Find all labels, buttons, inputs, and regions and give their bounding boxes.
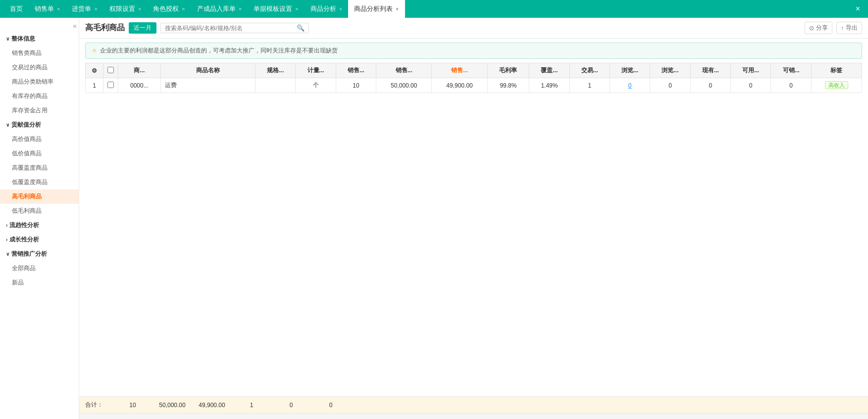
expand-overall-icon: ∨ xyxy=(6,36,9,42)
row-code: 0000... xyxy=(118,78,161,93)
sidebar-group-marketing[interactable]: ∨ 营销推广分析 xyxy=(0,247,79,261)
col-code: 商... xyxy=(118,63,161,78)
col-views2: 浏览... xyxy=(650,63,690,78)
search-icon[interactable]: 🔍 xyxy=(297,24,305,32)
close-sales-icon[interactable]: × xyxy=(57,6,60,12)
page-title: 高毛利商品 xyxy=(85,23,125,33)
col-check[interactable] xyxy=(103,63,118,78)
col-sales-qty: 销售... xyxy=(336,63,376,78)
nav-product-entry[interactable]: 产成品入库单 × xyxy=(191,0,248,18)
col-settings[interactable]: ⚙ xyxy=(86,63,103,78)
nav-product-analysis-list[interactable]: 商品分析列表 × xyxy=(348,0,405,18)
table-header-row: ⚙ 商... 商品名称 规格... 计量... 销售... 销售... 销售..… xyxy=(86,63,862,78)
row-views2: 0 xyxy=(650,78,690,93)
nav-template[interactable]: 单据模板设置 × xyxy=(248,0,304,18)
col-unit: 计量... xyxy=(296,63,336,78)
sidebar: « ∨ 整体信息 销售类商品 交易过的商品 商品分类助销率 有库存的商品 库存资… xyxy=(0,18,79,419)
search-box: 🔍 xyxy=(160,23,309,33)
sidebar-item-high-coverage[interactable]: 高覆盖度商品 xyxy=(0,161,79,175)
table-footer: 合计： 10 50,000.00 49,900.00 1 0 0 xyxy=(79,396,868,413)
sidebar-group-trend[interactable]: › 流趋性分析 xyxy=(0,218,79,233)
nav-permissions[interactable]: 权限设置 × xyxy=(103,0,147,18)
info-banner: ✧ 企业的主要的利润都是这部分商品创造的，可考虑加大推广，同时关注库存是不要出现… xyxy=(85,43,862,59)
nav-product-analysis[interactable]: 商品分析 × xyxy=(305,0,348,18)
table-row: 1 0000... 运费 个 10 50,000.00 49,900.00 99… xyxy=(86,78,862,93)
row-transactions: 1 xyxy=(569,78,610,93)
close-all-button[interactable]: × xyxy=(852,4,864,13)
sidebar-item-all-goods[interactable]: 全部商品 xyxy=(0,261,79,276)
sidebar-collapse-button[interactable]: « xyxy=(73,22,77,30)
sidebar-item-low-value[interactable]: 低价值商品 xyxy=(0,146,79,161)
expand-contribution-icon: ∨ xyxy=(6,122,9,128)
sidebar-item-stock-capital[interactable]: 库存资金占用 xyxy=(0,103,79,118)
row-select[interactable] xyxy=(107,82,114,88)
sidebar-item-in-stock[interactable]: 有库存的商品 xyxy=(0,89,79,103)
sidebar-group-overall[interactable]: ∨ 整体信息 xyxy=(0,32,79,46)
top-navigation: 首页 销售单 × 进货单 × 权限设置 × 角色授权 × 产成品入库单 × 单据… xyxy=(0,0,868,18)
export-button[interactable]: ↑ 导出 xyxy=(836,22,862,34)
search-input[interactable] xyxy=(165,25,297,32)
sidebar-item-high-value[interactable]: 高价值商品 xyxy=(0,132,79,146)
row-spec xyxy=(255,78,296,93)
footer-available: 0 xyxy=(311,402,351,409)
data-table: ⚙ 商... 商品名称 规格... 计量... 销售... 销售... 销售..… xyxy=(85,63,862,93)
nav-roles[interactable]: 角色授权 × xyxy=(147,0,191,18)
footer-transactions: 1 xyxy=(232,402,271,409)
nav-purchase[interactable]: 进货单 × xyxy=(66,0,103,18)
share-icon: ⊙ xyxy=(809,25,814,32)
row-sales-amount: 50,000.00 xyxy=(376,78,432,93)
sidebar-item-new-goods[interactable]: 新品 xyxy=(0,276,79,290)
expand-trend-icon: › xyxy=(6,223,7,228)
row-views1[interactable]: 0 xyxy=(610,78,650,93)
row-unit: 个 xyxy=(296,78,336,93)
main-content: 高毛利商品 近一月 🔍 ⊙ 分享 ↑ 导出 ✧ 企业的主要的利润都是这部分商品创… xyxy=(79,18,868,419)
horizontal-scrollbar[interactable] xyxy=(79,413,868,419)
col-transactions: 交易... xyxy=(569,63,610,78)
close-template-icon[interactable]: × xyxy=(295,6,298,12)
sidebar-item-category-assist[interactable]: 商品分类助销率 xyxy=(0,75,79,89)
close-product-entry-icon[interactable]: × xyxy=(239,6,242,12)
col-tag: 标签 xyxy=(811,63,862,78)
export-icon: ↑ xyxy=(841,25,844,32)
info-text: 企业的主要的利润都是这部分商品创造的，可考虑加大推广，同时关注库存是不要出现缺货 xyxy=(100,47,338,55)
col-gross-margin: 毛利率 xyxy=(487,63,529,78)
sidebar-item-low-margin[interactable]: 低毛利商品 xyxy=(0,204,79,218)
row-index: 1 xyxy=(86,78,103,93)
close-purchase-icon[interactable]: × xyxy=(94,6,97,12)
content-header: 高毛利商品 近一月 🔍 ⊙ 分享 ↑ 导出 xyxy=(79,18,868,39)
info-icon: ✧ xyxy=(92,47,97,54)
sidebar-group-growth[interactable]: › 成长性分析 xyxy=(0,233,79,247)
sidebar-item-low-coverage[interactable]: 低覆盖度商品 xyxy=(0,175,79,189)
col-views1: 浏览... xyxy=(610,63,650,78)
select-all-checkbox[interactable] xyxy=(107,67,114,73)
sidebar-item-sales-goods[interactable]: 销售类商品 xyxy=(0,46,79,60)
row-name: 运费 xyxy=(160,78,255,93)
footer-label: 合计： xyxy=(85,401,103,409)
col-sales-profit: 销售... xyxy=(432,63,487,78)
close-product-analysis-icon[interactable]: × xyxy=(339,6,342,12)
row-sales-profit: 49,900.00 xyxy=(432,78,487,93)
row-sales-qty: 10 xyxy=(336,78,376,93)
row-tag: 高收入 xyxy=(811,78,862,93)
footer-sales-profit: 49,900.00 xyxy=(192,402,232,409)
col-sales-amount: 销售... xyxy=(376,63,432,78)
close-product-analysis-list-icon[interactable]: × xyxy=(396,6,399,12)
period-button[interactable]: 近一月 xyxy=(129,22,156,34)
sidebar-item-high-margin[interactable]: 高毛利商品 xyxy=(0,189,79,204)
sidebar-group-contribution[interactable]: ∨ 贡献值分析 xyxy=(0,118,79,132)
close-roles-icon[interactable]: × xyxy=(182,6,185,12)
close-permissions-icon[interactable]: × xyxy=(138,6,141,12)
row-checkbox[interactable] xyxy=(103,78,118,93)
expand-growth-icon: › xyxy=(6,237,7,242)
nav-home[interactable]: 首页 xyxy=(4,0,29,18)
table-container[interactable]: ⚙ 商... 商品名称 规格... 计量... 销售... 销售... 销售..… xyxy=(79,63,868,396)
col-saleable: 可销... xyxy=(771,63,811,78)
expand-marketing-icon: ∨ xyxy=(6,251,9,257)
nav-sales[interactable]: 销售单 × xyxy=(29,0,66,18)
row-gross-margin: 99.8% xyxy=(487,78,529,93)
share-button[interactable]: ⊙ 分享 xyxy=(805,22,832,34)
sidebar-item-traded-goods[interactable]: 交易过的商品 xyxy=(0,60,79,75)
row-current-stock: 0 xyxy=(690,78,730,93)
row-coverage: 1.49% xyxy=(529,78,569,93)
footer-sales-qty: 10 xyxy=(113,402,153,409)
